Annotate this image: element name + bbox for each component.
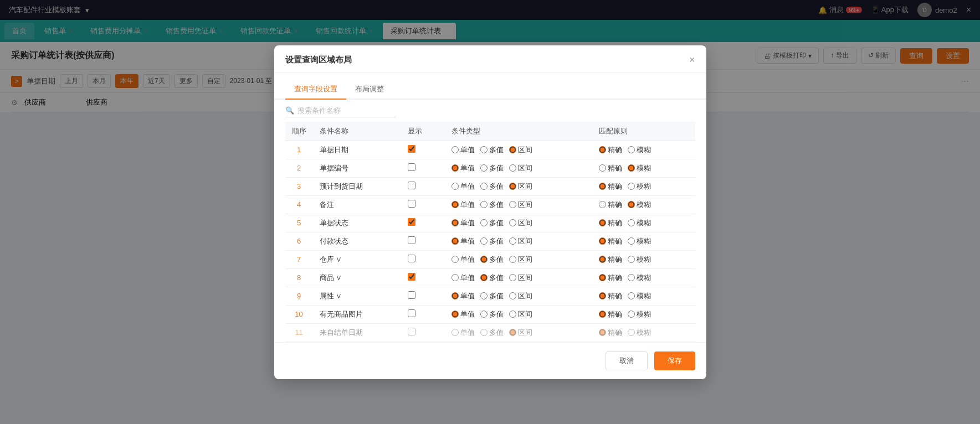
dialog-search-area: 🔍 <box>274 100 706 113</box>
dialog-title: 设置查询区域布局 <box>285 55 352 65</box>
modal-overlay: 设置查询区域布局 × 查询字段设置 布局调整 🔍 顺序 <box>0 0 980 112</box>
dialog-tab-query-fields[interactable]: 查询字段设置 <box>285 80 346 100</box>
settings-dialog: 设置查询区域布局 × 查询字段设置 布局调整 🔍 顺序 <box>274 45 706 113</box>
dialog-header: 设置查询区域布局 × <box>274 45 706 73</box>
search-input[interactable] <box>297 106 386 113</box>
dialog-close-button[interactable]: × <box>689 54 695 66</box>
search-box: 🔍 <box>285 106 396 113</box>
dialog-tabs: 查询字段设置 布局调整 <box>274 73 706 100</box>
dialog-tab-layout[interactable]: 布局调整 <box>346 80 393 100</box>
search-icon: 🔍 <box>285 106 294 113</box>
